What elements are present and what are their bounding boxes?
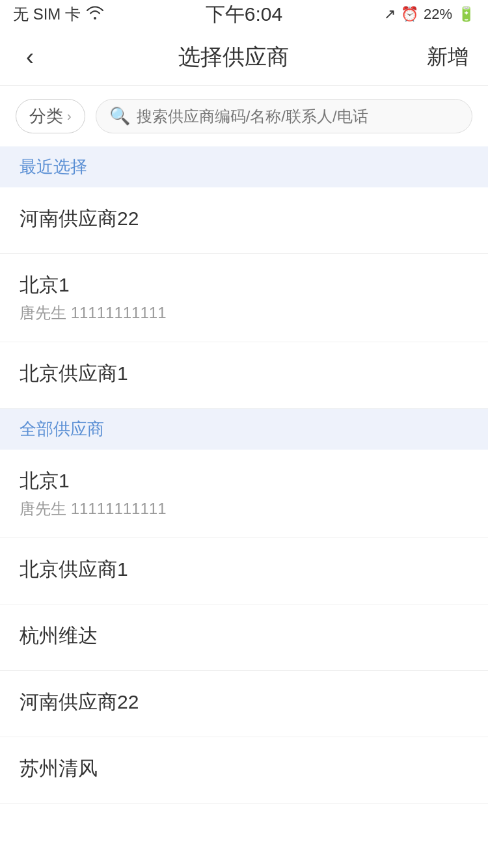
item-name: 河南供应商22	[20, 689, 468, 716]
status-bar: 无 SIM 卡 下午6:04 ↗ ⏰ 22% 🔋	[0, 0, 488, 29]
status-right: ↗ ⏰ 22% 🔋	[384, 6, 475, 23]
filter-bar: 分类 › 🔍	[0, 86, 488, 146]
item-sub: 唐先生 11111111111	[20, 498, 468, 519]
chevron-right-icon: ›	[67, 109, 72, 124]
item-name: 北京1	[20, 272, 468, 299]
list-item[interactable]: 北京供应商1	[0, 538, 488, 604]
list-item[interactable]: 杭州维达	[0, 604, 488, 671]
list-item[interactable]: 河南供应商22	[0, 671, 488, 737]
list-item[interactable]: 北京供应商1	[0, 342, 488, 409]
category-filter[interactable]: 分类 ›	[16, 99, 85, 133]
search-input[interactable]	[137, 107, 459, 126]
recent-section-label: 最近选择	[20, 157, 87, 176]
list-item[interactable]: 北京1唐先生 11111111111	[0, 450, 488, 538]
location-icon: ↗	[384, 6, 396, 23]
list-item[interactable]: 河南供应商22	[0, 187, 488, 254]
all-section-label: 全部供应商	[20, 419, 104, 439]
category-label: 分类	[29, 105, 63, 128]
nav-bar: ‹ 选择供应商 新增	[0, 29, 488, 86]
item-name: 苏州清风	[20, 755, 468, 782]
add-button[interactable]: 新增	[427, 43, 468, 72]
page-title: 选择供应商	[178, 42, 289, 72]
battery-icon: 🔋	[457, 6, 475, 23]
list-item[interactable]: 苏州清风	[0, 737, 488, 804]
item-name: 北京供应商1	[20, 556, 468, 583]
item-name: 杭州维达	[20, 623, 468, 649]
recent-section-header: 最近选择	[0, 146, 488, 187]
back-button[interactable]: ‹	[20, 37, 40, 77]
status-left: 无 SIM 卡	[13, 4, 104, 25]
recent-list: 河南供应商22北京1唐先生 11111111111北京供应商1	[0, 187, 488, 409]
item-sub: 唐先生 11111111111	[20, 303, 468, 323]
battery-label: 22%	[424, 6, 452, 23]
status-time: 下午6:04	[206, 1, 282, 28]
list-item[interactable]: 北京1唐先生 11111111111	[0, 254, 488, 342]
item-name: 北京供应商1	[20, 360, 468, 387]
search-icon: 🔍	[109, 106, 130, 126]
search-box[interactable]: 🔍	[96, 99, 472, 133]
no-sim-label: 无 SIM 卡	[13, 4, 81, 25]
wifi-icon	[86, 5, 104, 23]
item-name: 北京1	[20, 468, 468, 495]
all-section-header: 全部供应商	[0, 409, 488, 450]
all-list: 北京1唐先生 11111111111北京供应商1杭州维达河南供应商22苏州清风	[0, 450, 488, 804]
item-name: 河南供应商22	[20, 206, 468, 232]
alarm-icon: ⏰	[401, 6, 418, 23]
